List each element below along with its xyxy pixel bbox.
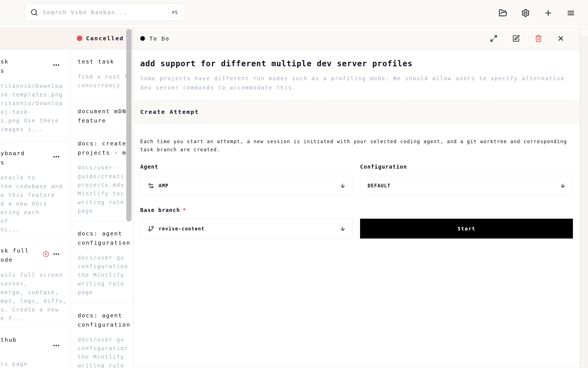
card-menu-button[interactable] xyxy=(53,342,59,348)
close-icon xyxy=(557,35,565,42)
agent-value: AMP xyxy=(159,183,168,188)
plus-icon xyxy=(544,9,553,17)
delete-task-button[interactable] xyxy=(535,35,542,42)
expand-fullscreen-button[interactable] xyxy=(490,35,497,42)
task-description: Some projects have different run modes s… xyxy=(140,74,580,92)
kanban-column-1: sks ritannio/Downloask-templates.pngrita… xyxy=(0,25,71,368)
gear-icon xyxy=(521,9,530,17)
board-scrollbar-thumb[interactable] xyxy=(126,29,132,221)
task-card[interactable]: test task find a rust ficoncurrency xyxy=(71,49,133,99)
task-card[interactable]: thub cs page xyxy=(0,328,70,368)
search-input[interactable]: Search Vibe Kanban... ⌘S xyxy=(25,4,185,21)
task-card-title: test task xyxy=(78,57,133,66)
board-right-edge xyxy=(580,25,588,368)
task-card[interactable]: docs: agentconfiguration docs/user-gucon… xyxy=(71,221,133,303)
top-bar: Search Vibe Kanban... ⌘S xyxy=(0,0,588,25)
task-card[interactable]: docs: agentconfiguration docs/user-gucon… xyxy=(71,303,133,368)
task-card[interactable]: sk fullode ails full screenserver,merge,… xyxy=(0,239,70,328)
task-detail-panel: To Do add support for different multiple… xyxy=(133,27,580,368)
base-branch-value: revise-content xyxy=(159,226,204,232)
card-menu-button[interactable] xyxy=(53,154,59,160)
task-card-title: thub xyxy=(1,335,70,354)
cancelled-column-header: Cancelled xyxy=(71,27,133,49)
search-icon xyxy=(30,9,38,16)
task-card-title: document mDNfeature xyxy=(78,107,133,125)
base-branch-select[interactable]: revise-content xyxy=(140,219,353,239)
menu-button[interactable] xyxy=(566,9,575,17)
agent-select[interactable]: AMP xyxy=(140,176,353,195)
task-card-title: docs: agentconfiguration xyxy=(78,311,133,329)
configuration-label: Configuration xyxy=(360,164,407,170)
start-attempt-button[interactable]: Start xyxy=(360,219,573,239)
todo-status-dot xyxy=(140,36,145,41)
kanban-column-cancelled: Cancelled test task find a rust ficoncur… xyxy=(71,25,133,368)
chevron-down-icon xyxy=(340,183,346,189)
task-card-description: ails full screenserver,merge, subtask,mp… xyxy=(1,271,70,323)
task-card-title: docs: createprojects - m xyxy=(78,139,133,157)
task-card-description: ritannio/Downloask-templates.pngritannio… xyxy=(1,82,70,134)
configuration-select[interactable]: DEFAULT xyxy=(360,176,573,195)
git-branch-icon xyxy=(148,225,154,232)
maximize-icon xyxy=(490,35,497,42)
panel-header: To Do xyxy=(134,27,580,50)
card-menu-button[interactable] xyxy=(53,251,59,257)
create-attempt-info: Each time you start an attempt, a new se… xyxy=(140,138,573,154)
task-card-description: cs page xyxy=(1,360,70,368)
folder-open-icon xyxy=(499,9,507,17)
settings-button[interactable] xyxy=(521,9,530,17)
task-status-label: To Do xyxy=(149,36,170,42)
search-placeholder: Search Vibe Kanban... xyxy=(43,9,127,15)
agent-label: Agent xyxy=(140,164,158,170)
task-card-description: docs/user-guconfigurationthe Mintlifywri… xyxy=(78,253,133,297)
cancelled-status-icon xyxy=(43,251,49,257)
cancelled-column-label: Cancelled xyxy=(86,35,124,42)
base-branch-label: Base branch* xyxy=(140,207,186,213)
column-1-header xyxy=(0,27,70,49)
search-shortcut-badge: ⌘S xyxy=(168,7,181,18)
hamburger-menu-icon xyxy=(566,9,575,17)
edit-pencil-icon xyxy=(512,35,520,42)
task-card-title: docs: agentconfiguration xyxy=(78,229,133,247)
chevron-down-icon xyxy=(340,226,346,232)
task-card-title: sks xyxy=(1,57,70,76)
edit-task-button[interactable] xyxy=(512,35,520,42)
task-card[interactable]: docs: createprojects - m docs/user-guide… xyxy=(71,131,133,221)
close-panel-button[interactable] xyxy=(557,35,565,42)
agent-sliders-icon xyxy=(148,183,154,189)
configuration-value: DEFAULT xyxy=(368,183,391,188)
required-asterisk: * xyxy=(183,207,186,213)
create-attempt-title: Create Attempt xyxy=(140,108,199,115)
create-attempt-section-header: Create Attempt xyxy=(134,100,580,123)
task-card-title: yboards xyxy=(1,149,70,167)
task-title: add support for different multiple dev s… xyxy=(140,59,573,68)
task-card-description: docs/user-guide/creatiprojects.mdxMintli… xyxy=(78,163,133,215)
add-task-button[interactable] xyxy=(544,9,553,17)
task-card-description: find a rust ficoncurrency xyxy=(78,72,133,90)
task-card[interactable]: sks ritannio/Downloask-templates.pngrita… xyxy=(0,49,70,141)
task-card-description: oracle tothe codebase andw this featured… xyxy=(1,173,70,234)
task-card-description: docs/user-guconfiguratiorthe Mintlifywri… xyxy=(78,335,133,368)
card-menu-button[interactable] xyxy=(53,62,59,68)
task-card[interactable]: document mDNfeature xyxy=(71,99,133,131)
task-card-title: sk fullode xyxy=(1,246,70,265)
trash-icon xyxy=(535,35,542,42)
task-card[interactable]: yboards oracle tothe codebase andw this … xyxy=(0,141,70,239)
open-project-folder-button[interactable] xyxy=(499,9,507,17)
cancelled-status-dot xyxy=(77,36,82,41)
chevron-down-icon xyxy=(560,183,566,189)
